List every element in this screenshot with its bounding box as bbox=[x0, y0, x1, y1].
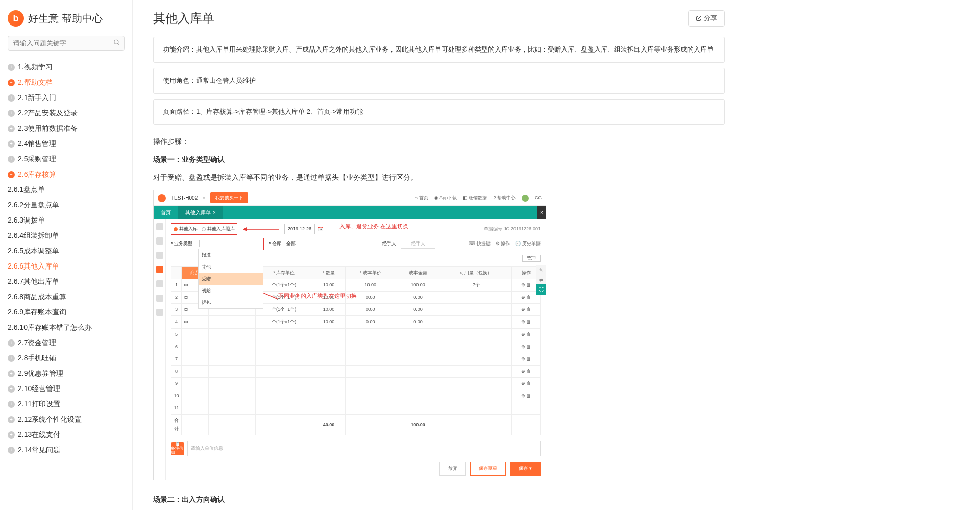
path-label: 页面路径： bbox=[163, 108, 196, 115]
ss-th-unit: * 库存单位 bbox=[255, 267, 312, 279]
nav-video[interactable]: +1.视频学习 bbox=[8, 60, 125, 75]
nav-2-9[interactable]: +2.9优惠券管理 bbox=[8, 366, 125, 381]
ss-th-price: * 成本单价 bbox=[345, 267, 396, 279]
nav-2-6-4[interactable]: 2.6.4组装拆卸单 bbox=[8, 228, 125, 244]
ss-app-link: ◉ App下载 bbox=[434, 193, 457, 202]
logo-icon: b bbox=[8, 10, 24, 27]
ss-annotation-1: 入库、退货业务 在这里切换 bbox=[339, 221, 408, 232]
intro-box: 功能介绍：其他入库单用来处理除采购入库、产成品入库之外的其他入库业务，因此其他入… bbox=[153, 37, 725, 63]
nav-2-6-6[interactable]: 2.6.6其他入库单 bbox=[8, 259, 125, 274]
plus-icon: + bbox=[8, 110, 15, 117]
table-row: 10⊕ 🗑 bbox=[172, 390, 541, 402]
nav-2-6-1[interactable]: 2.6.1盘点单 bbox=[8, 182, 125, 198]
plus-icon: + bbox=[8, 355, 15, 362]
ss-user: CC bbox=[535, 193, 542, 202]
nav-label: 2.10经营管理 bbox=[18, 384, 60, 393]
ss-dd-opt: 报溢 bbox=[199, 249, 263, 261]
nav-2-3[interactable]: +2.3使用前数据准备 bbox=[8, 121, 125, 136]
nav-label: 2.11打印设置 bbox=[18, 400, 60, 408]
ss-side-icon: ⛶ bbox=[536, 284, 546, 295]
search-input[interactable] bbox=[8, 36, 125, 51]
ss-label-mgr: 经手人 bbox=[382, 239, 396, 248]
scene2-title: 场景二：出入方向确认 bbox=[153, 493, 725, 506]
ss-type-toggle: 其他入库 其他入库退库 bbox=[171, 223, 237, 235]
plus-icon: + bbox=[8, 140, 15, 148]
nav-label: 2.3使用前数据准备 bbox=[18, 124, 78, 132]
ss-nav-icon bbox=[156, 223, 163, 230]
path-box: 页面路径：1、库存核算->库存管理->其他入库单 2、首页->常用功能 bbox=[153, 99, 725, 125]
ss-nav-icon bbox=[156, 237, 163, 245]
nav-2-6[interactable]: −2.6库存核算 bbox=[8, 167, 125, 182]
nav-2-14[interactable]: +2.14常见问题 bbox=[8, 443, 125, 458]
avatar-icon bbox=[522, 195, 529, 202]
ss-leftnav bbox=[154, 219, 166, 479]
ss-doc-no: 单据编号 JC-20191226-001 bbox=[484, 225, 541, 233]
plus-icon: + bbox=[8, 156, 15, 163]
ss-tab-other-in: 其他入库单 × bbox=[178, 206, 223, 219]
search-icon[interactable] bbox=[113, 39, 120, 47]
ss-tool-cz: ⚙ 操作 bbox=[496, 239, 510, 248]
logo: b 好生意 帮助中心 bbox=[8, 10, 125, 27]
ss-topbar: TEST-H002 ▾ 我要购买一下 ⌂ 首页 ◉ App下载 ◧ 旺铺数据 ?… bbox=[154, 190, 546, 206]
nav-label: 2.13在线支付 bbox=[18, 430, 60, 439]
page-header: 其他入库单 分享 bbox=[153, 10, 725, 27]
share-button[interactable]: 分享 bbox=[688, 10, 725, 27]
intro-text: 其他入库单用来处理除采购入库、产成品入库之外的其他入库业务，因此其他入库单可处理… bbox=[196, 45, 714, 53]
scene1-p1: 对于受赠、盘盈或是拆装入库等不同的业务，是通过单据头【业务类型】进行区分。 bbox=[153, 171, 725, 184]
nav-2-5[interactable]: +2.5采购管理 bbox=[8, 152, 125, 167]
nav-label: 2.6库存核算 bbox=[18, 170, 56, 178]
ss-mgr-btn: 管理 bbox=[522, 255, 541, 262]
share-label: 分享 bbox=[704, 14, 717, 23]
nav-2-11[interactable]: +2.11打印设置 bbox=[8, 397, 125, 412]
minus-icon: − bbox=[8, 171, 15, 178]
calendar-icon: 📅 bbox=[318, 225, 323, 233]
ss-th-avail: 可用量（包换） bbox=[440, 267, 512, 279]
plus-icon: + bbox=[8, 64, 15, 71]
nav-label: 2.8手机旺铺 bbox=[18, 354, 56, 362]
table-row: 5⊕ 🗑 bbox=[172, 328, 541, 341]
nav-2-4[interactable]: +2.4销售管理 bbox=[8, 136, 125, 152]
nav-2-6-9[interactable]: 2.6.9库存账本查询 bbox=[8, 305, 125, 320]
role-box: 使用角色：通常由仓管人员维护 bbox=[153, 68, 725, 94]
nav-2-10[interactable]: +2.10经营管理 bbox=[8, 381, 125, 397]
ss-nav-icon bbox=[156, 266, 163, 273]
ss-dd-opt: 初始 bbox=[199, 285, 263, 297]
ss-draft-button: 保存草稿 bbox=[470, 462, 506, 475]
app-screenshot: TEST-H002 ▾ 我要购买一下 ⌂ 首页 ◉ App下载 ◧ 旺铺数据 ?… bbox=[153, 190, 546, 480]
nav-docs[interactable]: −2.帮助文档 bbox=[8, 75, 125, 90]
nav-2-13[interactable]: +2.13在线支付 bbox=[8, 427, 125, 443]
share-icon bbox=[696, 15, 702, 21]
nav-label: 2.14常见问题 bbox=[18, 446, 60, 454]
nav-2-6-3[interactable]: 2.6.3调拨单 bbox=[8, 213, 125, 228]
svg-point-0 bbox=[114, 40, 118, 44]
nav-2-12[interactable]: +2.12系统个性化设置 bbox=[8, 412, 125, 427]
nav-2-6-5[interactable]: 2.6.5成本调整单 bbox=[8, 244, 125, 259]
plus-icon: + bbox=[8, 416, 15, 423]
page-title: 其他入库单 bbox=[153, 10, 214, 27]
ss-tool-ls: 🕘 历史单据 bbox=[515, 239, 541, 248]
memo-icon: 📋备注信息 bbox=[171, 442, 184, 455]
ss-dropdown-menu: 报溢 其他 受赠 初始 拆包 bbox=[198, 249, 263, 308]
chevron-down-icon: ▾ bbox=[203, 193, 205, 203]
nav-label: 2.2产品安装及登录 bbox=[18, 109, 78, 117]
nav-2-1[interactable]: +2.1新手入门 bbox=[8, 90, 125, 106]
scene1-title: 场景一：业务类型确认 bbox=[153, 153, 725, 166]
nav-2-6-8[interactable]: 2.6.8商品成本重算 bbox=[8, 289, 125, 305]
nav-2-2[interactable]: +2.2产品安装及登录 bbox=[8, 106, 125, 121]
nav-2-7[interactable]: +2.7资金管理 bbox=[8, 335, 125, 351]
plus-icon: + bbox=[8, 125, 15, 132]
ss-radio-return: 其他入库退库 bbox=[207, 225, 235, 233]
ss-buy-button: 我要购买一下 bbox=[210, 192, 248, 203]
nav-2-8[interactable]: +2.8手机旺铺 bbox=[8, 351, 125, 366]
chevron-down-icon: ▾ bbox=[529, 466, 532, 471]
nav-2-6-7[interactable]: 2.6.7其他出库单 bbox=[8, 274, 125, 289]
nav-2-6-2[interactable]: 2.6.2分量盘点单 bbox=[8, 198, 125, 213]
nav-label: 2.12系统个性化设置 bbox=[18, 415, 82, 423]
ss-memo-input: 请输入单位信息 bbox=[187, 441, 541, 456]
role-text: 通常由仓管人员维护 bbox=[196, 77, 256, 84]
ss-logo-icon bbox=[158, 194, 166, 202]
ss-tab-close-all: × bbox=[537, 206, 546, 219]
nav-2-6-10[interactable]: 2.6.10库存账本错了怎么办 bbox=[8, 320, 125, 335]
ss-label-wh: * 仓库 bbox=[269, 239, 281, 248]
nav-label: 2.9优惠券管理 bbox=[18, 369, 63, 377]
